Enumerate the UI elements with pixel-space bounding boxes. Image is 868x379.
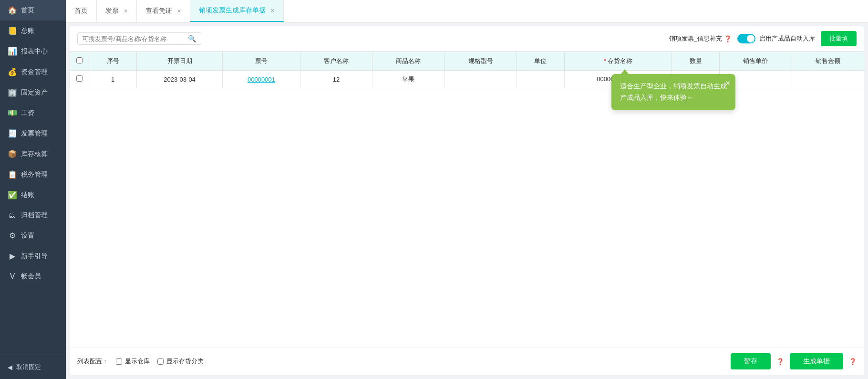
tax-icon: 📋 (8, 170, 17, 179)
sidebar-bottom: ◀ 取消固定 (0, 355, 66, 379)
sidebar-item-archive[interactable]: 🗂 归档管理 (0, 205, 66, 225)
row-product: 苹果 (372, 71, 444, 88)
th-unit-price: 销售单价 (720, 52, 792, 71)
config-label: 列表配置： (77, 357, 108, 366)
guide-icon: ▶ (8, 252, 17, 261)
table-container: 序号 开票日期 票号 客户名称 商品名称 规格型号 单位 存货名称 数量 销售单… (70, 52, 864, 347)
main-content: 首页 发票 ✕ 查看凭证 ✕ 销项发票生成库存单据 ✕ 🔍 销项发票_信息补充 … (66, 0, 868, 379)
toolbar: 🔍 销项发票_信息补充 ❓ 启用产成品自动入库 批量填 (70, 26, 864, 52)
settings-icon: ⚙ (8, 231, 17, 240)
tab-invoice[interactable]: 发票 ✕ (97, 0, 137, 22)
assets-icon: 🏢 (8, 88, 17, 97)
archive-icon: 🗂 (8, 211, 17, 220)
th-checkbox (70, 52, 89, 71)
th-customer: 客户名称 (300, 52, 372, 71)
th-amount: 销售金额 (792, 52, 864, 71)
info-icon[interactable]: ❓ (724, 35, 732, 42)
tab-voucher-close-icon[interactable]: ✕ (177, 8, 181, 14)
sidebar-item-invoices[interactable]: 🧾 发票管理 (0, 123, 66, 144)
row-spec (444, 71, 517, 88)
show-warehouse-label[interactable]: 显示仓库 (116, 357, 150, 366)
tooltip-popup: ✕ 适合生产型企业，销项发票自动生成产成品入库，快来体验～ (611, 74, 735, 110)
save-button[interactable]: 暂存 (731, 353, 771, 369)
tab-generate-inventory[interactable]: 销项发票生成库存单据 ✕ (190, 0, 284, 22)
generate-button[interactable]: 生成单据 (790, 353, 843, 369)
sidebar-item-settings[interactable]: ⚙ 设置 (0, 225, 66, 246)
tab-invoice-close-icon[interactable]: ✕ (124, 8, 128, 14)
row-date: 2023-03-04 (137, 71, 223, 88)
show-category-label[interactable]: 显示存货分类 (157, 357, 204, 366)
pin-icon: ◀ (8, 364, 12, 371)
row-unit (517, 71, 564, 88)
close-accounts-icon: ✅ (8, 190, 17, 200)
payroll-icon: 💵 (8, 108, 17, 117)
data-table: 序号 开票日期 票号 客户名称 商品名称 规格型号 单位 存货名称 数量 销售单… (70, 52, 864, 88)
sidebar-item-home[interactable]: 🏠 首页 (0, 0, 66, 21)
sidebar-item-payroll[interactable]: 💵 工资 (0, 103, 66, 123)
row-customer: 12 (300, 71, 372, 88)
search-box[interactable]: 🔍 (77, 32, 201, 45)
generate-info-icon[interactable]: ❓ (849, 358, 857, 365)
sidebar-item-member[interactable]: V 畅会员 (0, 266, 66, 286)
show-category-checkbox[interactable] (157, 358, 164, 365)
sidebar: 🏠 首页 📒 总账 📊 报表中心 💰 资金管理 🏢 固定资产 💵 工资 🧾 发票… (0, 0, 66, 379)
tab-home[interactable]: 首页 (66, 0, 97, 22)
th-date: 开票日期 (137, 52, 223, 71)
tab-bar: 首页 发票 ✕ 查看凭证 ✕ 销项发票生成库存单据 ✕ (66, 0, 868, 22)
member-icon: V (8, 272, 17, 281)
search-icon: 🔍 (188, 35, 196, 42)
sidebar-item-funds[interactable]: 💰 资金管理 (0, 62, 66, 82)
sidebar-item-guide[interactable]: ▶ 新手引导 (0, 246, 66, 266)
row-seq: 1 (89, 71, 137, 88)
tab-voucher[interactable]: 查看凭证 ✕ (137, 0, 190, 22)
row-checkbox[interactable] (76, 75, 83, 82)
invoice-icon: 🧾 (8, 129, 17, 138)
inventory-icon: 📦 (8, 149, 17, 158)
ledger-icon: 📒 (8, 26, 17, 35)
sidebar-item-fixed-assets[interactable]: 🏢 固定资产 (0, 82, 66, 103)
auto-inbound-toggle[interactable] (737, 34, 755, 43)
sidebar-item-reports[interactable]: 📊 报表中心 (0, 41, 66, 62)
sidebar-item-tax[interactable]: 📋 税务管理 (0, 164, 66, 185)
th-product: 商品名称 (372, 52, 444, 71)
row-number[interactable]: 00000001 (223, 71, 300, 88)
invoice-number-link[interactable]: 00000001 (248, 76, 275, 83)
batch-fill-button[interactable]: 批量填 (821, 31, 857, 46)
th-qty: 数量 (672, 52, 720, 71)
tooltip-close-button[interactable]: ✕ (725, 78, 731, 89)
save-info-icon[interactable]: ❓ (776, 358, 784, 365)
select-all-checkbox[interactable] (76, 57, 83, 63)
tab-generate-inventory-close-icon[interactable]: ✕ (270, 8, 275, 14)
sidebar-item-inventory[interactable]: 📦 库存核算 (0, 144, 66, 164)
th-number: 票号 (223, 52, 300, 71)
table-row: 1 2023-03-04 00000001 12 苹果 000001 苹果 个 … (70, 71, 864, 88)
row-amount (792, 71, 864, 88)
page-content: 🔍 销项发票_信息补充 ❓ 启用产成品自动入库 批量填 (70, 26, 864, 375)
sidebar-item-close-accounts[interactable]: ✅ 结账 (0, 185, 66, 205)
undo-pin-button[interactable]: ◀ 取消固定 (0, 359, 66, 375)
bottom-bar: 列表配置： 显示仓库 显示存货分类 暂存 ❓ 生成单据 ❓ (70, 347, 864, 375)
sidebar-item-general-ledger[interactable]: 📒 总账 (0, 21, 66, 41)
show-warehouse-checkbox[interactable] (116, 358, 122, 365)
home-icon: 🏠 (8, 6, 17, 15)
bottom-actions: 暂存 ❓ 生成单据 ❓ (731, 353, 857, 369)
search-input[interactable] (83, 35, 185, 42)
info-label: 销项发票_信息补充 ❓ (669, 34, 732, 43)
report-icon: 📊 (8, 47, 17, 56)
th-inventory: 存货名称 (564, 52, 672, 71)
th-unit: 单位 (517, 52, 564, 71)
row-checkbox-cell (70, 71, 89, 88)
th-seq: 序号 (89, 52, 137, 71)
th-spec: 规格型号 (444, 52, 517, 71)
toggle-container: 启用产成品自动入库 (737, 34, 815, 43)
funds-icon: 💰 (8, 67, 17, 76)
